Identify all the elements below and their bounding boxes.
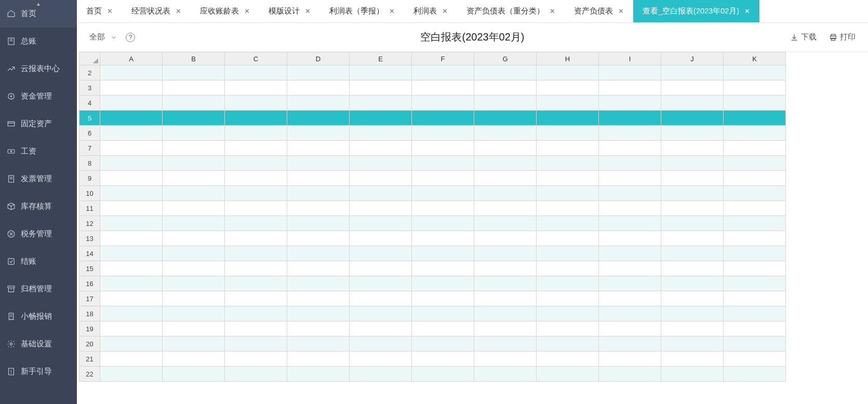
cell[interactable] [163,156,225,171]
cell[interactable] [661,261,724,276]
cell[interactable] [724,216,786,231]
cell[interactable] [599,352,661,367]
cell[interactable] [100,171,163,186]
cell[interactable] [724,321,786,336]
row-header-19[interactable]: 19 [79,321,100,336]
cell[interactable] [163,80,225,96]
cell[interactable] [537,276,599,291]
cell[interactable] [100,276,163,291]
cell[interactable] [599,367,661,382]
cell[interactable] [287,141,350,156]
cell[interactable] [100,246,163,261]
column-header-G[interactable]: G [474,52,537,65]
cell[interactable] [163,352,225,367]
cell[interactable] [661,246,724,261]
cell[interactable] [537,201,599,216]
cell[interactable] [474,201,537,216]
cell[interactable] [412,171,474,186]
cell[interactable] [287,126,350,141]
cell[interactable] [225,65,287,80]
cell[interactable] [163,261,225,276]
cell[interactable] [474,246,537,261]
cell[interactable] [350,246,412,261]
row-header-9[interactable]: 9 [79,171,100,186]
cell[interactable] [100,111,163,126]
cell[interactable] [599,186,661,201]
cell[interactable] [661,96,724,111]
column-header-H[interactable]: H [537,52,599,65]
cell[interactable] [661,367,724,382]
cell[interactable] [724,141,786,156]
cell[interactable] [100,96,163,111]
cell[interactable] [350,261,412,276]
cell[interactable] [599,171,661,186]
cell[interactable] [225,201,287,216]
cell[interactable] [100,352,163,367]
cell[interactable] [599,96,661,111]
cell[interactable] [661,156,724,171]
cell[interactable] [599,276,661,291]
cell[interactable] [412,246,474,261]
select-all-corner[interactable] [79,52,100,65]
cell[interactable] [350,65,412,80]
cell[interactable] [225,306,287,321]
sidebar-item-archive[interactable]: 归档管理 [0,275,77,303]
cell[interactable] [661,126,724,141]
tab-利润表[interactable]: 利润表✕ [404,0,457,22]
row-header-21[interactable]: 21 [79,352,100,367]
sidebar-item-settings[interactable]: 基础设置 [0,330,77,358]
cell[interactable] [163,186,225,201]
cell[interactable] [724,276,786,291]
cell[interactable] [537,96,599,111]
tab-模版设计[interactable]: 模版设计✕ [259,0,320,22]
cell[interactable] [287,291,350,306]
tab-应收账龄表[interactable]: 应收账龄表✕ [191,0,259,22]
sidebar-item-tax[interactable]: 税务管理 [0,220,77,248]
cell[interactable] [287,367,350,382]
cell[interactable] [350,156,412,171]
cell[interactable] [724,246,786,261]
cell[interactable] [100,231,163,246]
cell[interactable] [100,216,163,231]
cell[interactable] [100,65,163,80]
cell[interactable] [100,156,163,171]
cell[interactable] [724,261,786,276]
column-header-B[interactable]: B [163,52,225,65]
cell[interactable] [225,216,287,231]
cell[interactable] [412,201,474,216]
cell[interactable] [350,231,412,246]
cell[interactable] [661,216,724,231]
help-icon[interactable]: ? [126,33,135,42]
cell[interactable] [225,156,287,171]
cell[interactable] [225,126,287,141]
cell[interactable] [287,111,350,126]
cell[interactable] [412,231,474,246]
cell[interactable] [225,231,287,246]
sidebar-scroll-up-icon[interactable]: ▲ [36,1,41,7]
cell[interactable] [474,80,537,96]
cell[interactable] [163,126,225,141]
sidebar-item-inventory[interactable]: 库存核算 [0,193,77,220]
row-header-20[interactable]: 20 [79,336,100,352]
row-header-18[interactable]: 18 [79,306,100,321]
cell[interactable] [350,111,412,126]
cell[interactable] [537,126,599,141]
close-icon[interactable]: ✕ [442,7,448,15]
cell[interactable] [724,156,786,171]
row-header-12[interactable]: 12 [79,216,100,231]
cell[interactable] [225,336,287,352]
cell[interactable] [661,321,724,336]
column-header-K[interactable]: K [724,52,786,65]
cell[interactable] [225,261,287,276]
cell[interactable] [661,231,724,246]
cell[interactable] [599,336,661,352]
column-header-A[interactable]: A [100,52,163,65]
cell[interactable] [163,291,225,306]
cell[interactable] [100,261,163,276]
sidebar-item-close-period[interactable]: 结账 [0,248,77,275]
row-header-6[interactable]: 6 [79,126,100,141]
column-header-J[interactable]: J [661,52,724,65]
cell[interactable] [163,336,225,352]
cell[interactable] [661,141,724,156]
cell[interactable] [287,65,350,80]
